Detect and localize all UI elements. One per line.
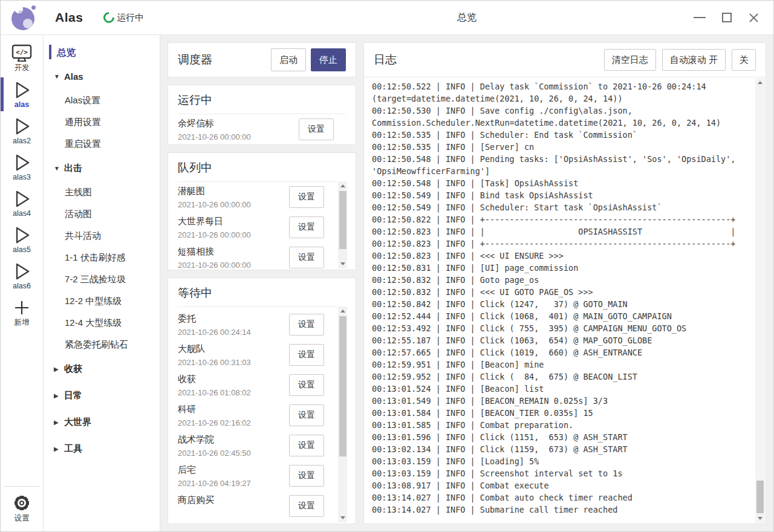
menu-item[interactable]: 1-1 伏击刷好感 [44, 247, 160, 268]
log-scrollbar[interactable] [755, 78, 765, 523]
menu-item[interactable]: ▶ 日常 [44, 382, 160, 409]
task-settings-button[interactable]: 设置 [289, 404, 324, 426]
expand-arrow-icon: ▶ [54, 446, 64, 452]
expand-arrow-icon: ▶ [54, 366, 64, 372]
play-icon [11, 116, 33, 137]
scroll-down-icon[interactable] [340, 262, 345, 265]
rail-item[interactable]: alas4 [1, 185, 43, 221]
queue-scrollbar[interactable] [338, 181, 347, 268]
menu-item[interactable]: 通用设置 [44, 111, 160, 133]
scroll-up-icon[interactable] [758, 81, 763, 84]
menu-item[interactable]: 12-4 大型练级 [44, 312, 160, 334]
rail-item[interactable]: alas2 [1, 112, 43, 149]
log-line: 00:13:01.585 | INFO | Combat preparation… [372, 419, 755, 431]
maximize-button[interactable] [713, 1, 740, 34]
menu-item[interactable]: ▶ 大世界 [44, 409, 160, 435]
minimize-icon [694, 17, 706, 18]
menu-item-label: 重启设置 [65, 138, 101, 150]
log-line: 00:12:59.952 | INFO | Click ( 84, 675) @… [372, 371, 755, 383]
task-row: 委托 2021-10-26 00:24:14 设置 [178, 310, 346, 340]
play-icon [11, 189, 33, 209]
scroll-down-icon[interactable] [758, 517, 763, 520]
menu-item[interactable]: 7-2 三战捡垃圾 [44, 268, 160, 290]
rail-item-settings[interactable]: 设置 [4, 486, 39, 531]
menu-item[interactable]: 12-2 中型练级 [44, 290, 160, 312]
menu-item-label: 总览 [57, 47, 76, 59]
minimize-button[interactable] [686, 1, 713, 34]
task-settings-button[interactable]: 设置 [289, 435, 324, 456]
rail-item[interactable]: alas [1, 76, 43, 112]
menu-item-label: Alas [64, 71, 83, 82]
log-line: 00:13:01.549 | INFO | [BEACON_REMAIN 0.0… [372, 395, 755, 407]
log-line: 00:13:02.134 | INFO | Click (1159, 673) … [372, 443, 755, 455]
waiting-scrollbar[interactable] [338, 307, 347, 522]
log-line: 00:13:03.159 | INFO | Screenshot interva… [372, 467, 755, 479]
task-settings-button[interactable]: 设置 [289, 465, 324, 487]
play-icon [11, 225, 33, 245]
close-button[interactable] [740, 1, 767, 34]
scroll-thumb[interactable] [339, 316, 346, 456]
task-settings-button[interactable]: 设置 [289, 247, 324, 268]
menu-item[interactable]: ▶ 收获 [44, 355, 160, 382]
log-line: 00:13:14.027 | INFO | Submarine call tim… [372, 504, 755, 516]
rail-item-icon [11, 225, 33, 245]
task-row: 商店购买 设置 [178, 491, 346, 521]
clear-log-button[interactable]: 清空日志 [604, 49, 656, 71]
task-row: 短猫相接 2021-10-26 00:00:00 设置 [178, 242, 346, 270]
rail-item[interactable]: alas5 [1, 221, 43, 258]
log-line: 00:12:53.492 | INFO | Click ( 755, 395) … [372, 322, 755, 334]
log-body[interactable]: 00:12:50.522 | INFO | Delay task `Commis… [364, 77, 766, 524]
menu-item[interactable]: 总览 [44, 42, 160, 63]
task-settings-button[interactable]: 设置 [299, 118, 334, 140]
close-icon [749, 13, 759, 23]
running-status: 运行中 [103, 12, 144, 24]
menu-item[interactable]: ▼ Alas [44, 63, 160, 89]
queue-panel: 队列中 潜艇图 2021-10-26 00:00:00 设置 大 [167, 152, 356, 270]
menu-item[interactable]: 共斗活动 [44, 225, 160, 247]
queue-title: 队列中 [178, 153, 346, 176]
start-button[interactable]: 启动 [271, 48, 306, 71]
task-settings-button[interactable]: 设置 [289, 495, 324, 517]
log-line: 00:13:14.027 | INFO | Combat auto check … [372, 491, 755, 504]
menu-item[interactable]: ▼ 出击 [44, 155, 160, 181]
expand-arrow-icon: ▶ [54, 419, 64, 426]
log-line: 00:12:50.823 | INFO | +-----------------… [372, 238, 755, 250]
log-off-button[interactable]: 关 [732, 49, 756, 71]
log-line: 00:12:50.530 | INFO | Save config ./conf… [372, 105, 755, 129]
autoscroll-button[interactable]: 自动滚动 开 [662, 49, 726, 71]
log-line: 00:12:55.187 | INFO | Click (1063, 654) … [372, 334, 755, 346]
task-settings-button[interactable]: 设置 [289, 374, 324, 396]
rail-item-label: alas2 [13, 137, 31, 146]
log-line: 00:12:50.535 | INFO | Scheduler: End tas… [372, 129, 755, 141]
rail-item-icon [11, 189, 33, 209]
settings-label: 设置 [15, 514, 30, 523]
task-settings-button[interactable]: 设置 [289, 314, 324, 336]
scheduler-panel: 调度器 启动 停止 [167, 42, 356, 77]
stop-button[interactable]: 停止 [311, 48, 346, 71]
rail-item[interactable]: </> 开发 [1, 40, 43, 76]
window-controls [686, 1, 767, 34]
rail-item[interactable]: alas3 [1, 149, 43, 185]
task-settings-button[interactable]: 设置 [289, 216, 324, 238]
menu-item[interactable]: 重启设置 [44, 133, 160, 155]
menu-item[interactable]: ▶ 工具 [44, 435, 160, 462]
menu-item[interactable]: Alas设置 [44, 89, 160, 111]
log-line: 00:12:50.535 | INFO | [Server] cn [372, 141, 755, 153]
expand-arrow-icon: ▼ [54, 73, 64, 80]
scroll-thumb[interactable] [756, 481, 764, 513]
task-settings-button[interactable]: 设置 [289, 186, 324, 208]
content-area: 调度器 启动 停止 运行中 余烬信标 2021-10-26 00:00:00 设… [160, 35, 773, 531]
scroll-thumb[interactable] [339, 191, 346, 249]
scroll-down-icon[interactable] [340, 516, 345, 519]
task-settings-button[interactable]: 设置 [289, 344, 324, 366]
queue-task-list: 潜艇图 2021-10-26 00:00:00 设置 大世界每日 2021-10… [178, 182, 346, 270]
scheduler-column: 调度器 启动 停止 运行中 余烬信标 2021-10-26 00:00:00 设… [167, 42, 356, 524]
rail-item[interactable]: alas6 [1, 258, 43, 294]
menu-item[interactable]: 紧急委托刷钻石 [44, 334, 160, 355]
menu-sidebar: 总览 ▼ Alas Alas设置 通用设置 [44, 35, 160, 531]
scroll-up-icon[interactable] [340, 310, 345, 313]
rail-item[interactable]: 新增 [1, 294, 43, 330]
menu-item[interactable]: 主线图 [44, 181, 160, 203]
scroll-up-icon[interactable] [340, 184, 345, 187]
menu-item[interactable]: 活动图 [44, 203, 160, 225]
